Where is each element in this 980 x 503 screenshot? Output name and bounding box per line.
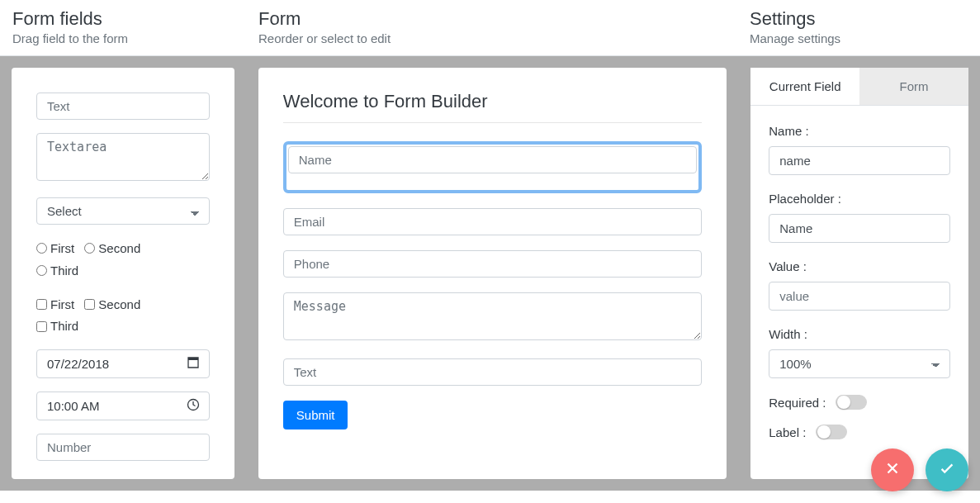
toggle-required[interactable]: [836, 395, 867, 410]
header-fields-title: Form fields: [12, 8, 234, 30]
form-preview: Welcome to Form Builder Submit: [258, 68, 727, 479]
form-input-text[interactable]: [283, 358, 702, 386]
input-value[interactable]: [769, 282, 950, 311]
palette-text-field[interactable]: [36, 93, 210, 120]
tab-form[interactable]: Form: [859, 68, 968, 105]
input-placeholder[interactable]: [769, 214, 950, 243]
palette-radio-second[interactable]: Second: [84, 238, 140, 259]
check-icon: [938, 459, 956, 481]
radio-input[interactable]: [84, 243, 95, 254]
palette-number-field[interactable]: [36, 434, 210, 461]
check-input[interactable]: [36, 299, 47, 310]
submit-button[interactable]: Submit: [283, 401, 348, 429]
form-input-name[interactable]: [288, 146, 697, 173]
palette-check-third[interactable]: Third: [36, 316, 78, 337]
label-placeholder: Placeholder :: [769, 192, 950, 206]
time-input[interactable]: [36, 391, 210, 420]
field-palette: Select First Second Third First Second T…: [12, 68, 234, 479]
close-icon: [883, 459, 902, 481]
header-form-sub: Reorder or select to edit: [258, 31, 725, 45]
palette-checkbox-group: First Second Third: [36, 294, 210, 339]
palette-time-field[interactable]: [36, 391, 210, 420]
header-fields-sub: Drag field to the form: [12, 31, 234, 45]
form-title: Welcome to Form Builder: [283, 91, 702, 112]
tab-current-field[interactable]: Current Field: [750, 68, 859, 105]
header-form-title: Form: [258, 8, 725, 30]
palette-check-first[interactable]: First: [36, 294, 74, 316]
form-field-name-selected[interactable]: [283, 141, 702, 193]
form-input-phone[interactable]: [283, 250, 702, 278]
label-required: Required :: [769, 396, 826, 410]
label-name: Name :: [769, 124, 950, 138]
radio-input[interactable]: [36, 265, 47, 276]
palette-check-second[interactable]: Second: [84, 294, 140, 316]
palette-textarea-field[interactable]: [36, 133, 210, 181]
check-input[interactable]: [84, 299, 95, 310]
form-input-email[interactable]: [283, 208, 702, 235]
select-width[interactable]: 100%: [769, 349, 950, 378]
builder-body: Select First Second Third First Second T…: [0, 56, 980, 491]
input-name[interactable]: [769, 146, 950, 175]
divider: [283, 122, 702, 123]
label-label: Label :: [769, 425, 806, 439]
confirm-button[interactable]: [926, 448, 968, 491]
toggle-knob: [817, 425, 831, 439]
header-settings-sub: Manage settings: [750, 31, 956, 45]
header-settings: Settings Manage settings: [737, 8, 968, 45]
header-form-fields: Form fields Drag field to the form: [0, 8, 246, 45]
toggle-knob: [837, 396, 850, 409]
form-textarea-message[interactable]: [283, 292, 702, 340]
settings-body: Name : Placeholder : Value : Width : 100…: [750, 106, 968, 472]
page-header: Form fields Drag field to the form Form …: [0, 0, 980, 56]
radio-input[interactable]: [36, 243, 47, 254]
settings-panel: Current Field Form Name : Placeholder : …: [750, 68, 968, 479]
label-value: Value :: [769, 259, 950, 273]
toggle-label[interactable]: [816, 425, 847, 439]
header-form: Form Reorder or select to edit: [246, 8, 737, 45]
palette-radio-third[interactable]: Third: [36, 260, 78, 282]
label-width: Width :: [769, 327, 950, 341]
row-label: Label :: [769, 425, 950, 439]
cancel-button[interactable]: [871, 448, 914, 491]
palette-radio-first[interactable]: First: [36, 238, 74, 259]
header-settings-title: Settings: [750, 8, 956, 30]
palette-date-field[interactable]: [36, 349, 210, 378]
check-input[interactable]: [36, 321, 47, 332]
palette-select-field[interactable]: Select: [36, 197, 210, 225]
palette-radio-group: First Second Third: [36, 238, 210, 282]
fab-actions: [871, 448, 968, 491]
settings-tabs: Current Field Form: [750, 68, 968, 106]
row-required: Required :: [769, 395, 950, 410]
date-input[interactable]: [36, 349, 210, 378]
